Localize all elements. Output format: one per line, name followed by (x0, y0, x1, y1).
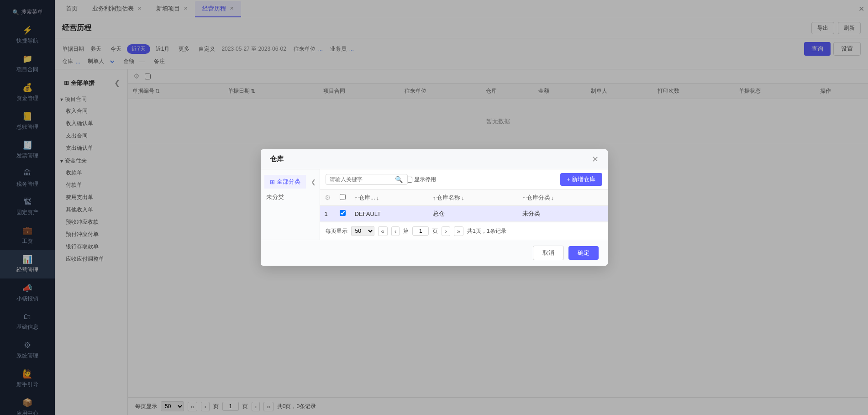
modal-first-page-btn[interactable]: « (378, 226, 388, 236)
modal-left-header: ⊞ 全部分类 ❮ (261, 173, 320, 190)
modal-last-page-btn[interactable]: » (454, 226, 463, 236)
sort-desc-icon: ↓ (376, 194, 379, 201)
sort-asc-icon3: ↑ (522, 194, 526, 201)
modal-header: 仓库 ✕ (261, 149, 608, 169)
row-code: DEFAULT (350, 206, 428, 222)
row-seq: 1 (320, 206, 335, 222)
modal-right-panel: 🔍 显示停用 + 新增仓库 ⚙ (320, 169, 608, 240)
modal-prev-page-btn[interactable]: ‹ (391, 226, 400, 236)
modal-close-btn[interactable]: ✕ (592, 155, 599, 163)
modal-all-label: 全部分类 (277, 178, 300, 186)
modal-overlay: 仓库 ✕ ⊞ 全部分类 ❮ 未分类 (0, 0, 868, 415)
confirm-button[interactable]: 确定 (568, 246, 599, 260)
modal-left-panel: ⊞ 全部分类 ❮ 未分类 (261, 169, 320, 240)
modal-select-all-checkbox[interactable] (340, 194, 346, 200)
sort-desc-icon2: ↓ (461, 194, 464, 201)
row-name: 总仓 (428, 206, 518, 222)
modal-table-area: ⚙ ↑ 仓库... ↓ ↑ 仓库名称 ↓ ↑ 仓库分类 ↓ 1 (320, 190, 608, 222)
modal-th-checkbox (335, 190, 350, 206)
row-category: 未分类 (518, 206, 607, 222)
grid-icon2: ⊞ (270, 179, 275, 185)
modal-next-page-btn[interactable]: › (442, 226, 450, 236)
modal-per-page-label: 每页显示 (326, 227, 347, 235)
modal-body: ⊞ 全部分类 ❮ 未分类 🔍 (261, 169, 608, 240)
show-disabled-label: 显示停用 (414, 176, 436, 184)
modal-warehouse-table: ⚙ ↑ 仓库... ↓ ↑ 仓库名称 ↓ ↑ 仓库分类 ↓ 1 (320, 190, 608, 222)
modal-unclassified-label: 未分类 (266, 193, 284, 201)
modal-th-settings: ⚙ (320, 190, 335, 206)
row-checkbox[interactable] (340, 210, 346, 216)
modal-category-unclassified[interactable]: 未分类 (261, 190, 320, 204)
modal-page-word: 第 (403, 227, 409, 235)
modal-current-page-input[interactable] (412, 226, 429, 236)
modal-search-icon[interactable]: 🔍 (395, 176, 403, 183)
modal-toolbar: 🔍 显示停用 + 新增仓库 (320, 169, 608, 190)
modal-per-page-select[interactable]: 50 100 (351, 226, 374, 236)
modal-total-info: 共1页，1条记录 (467, 227, 506, 235)
modal-th-code: ↑ 仓库... ↓ (350, 190, 428, 206)
modal-pagination: 每页显示 50 100 « ‹ 第 页 › » 共1页，1条记录 (320, 222, 608, 240)
modal-footer: 取消 确定 (261, 240, 608, 266)
show-disabled-checkbox-label: 显示停用 (406, 176, 436, 184)
cancel-button[interactable]: 取消 (533, 246, 564, 260)
row-checkbox-cell (335, 206, 350, 222)
sort-desc-icon3: ↓ (551, 194, 554, 201)
modal-page-word2: 页 (432, 227, 438, 235)
modal-title: 仓库 (270, 155, 284, 163)
modal-th-category: ↑ 仓库分类 ↓ (518, 190, 607, 206)
modal-left-collapse-btn[interactable]: ❮ (311, 179, 316, 185)
table-row[interactable]: 1 DEFAULT 总仓 未分类 (320, 206, 608, 222)
modal-category-all[interactable]: ⊞ 全部分类 (264, 175, 306, 189)
modal-settings-icon[interactable]: ⚙ (325, 194, 331, 201)
sort-asc-icon2: ↑ (433, 194, 436, 201)
warehouse-modal: 仓库 ✕ ⊞ 全部分类 ❮ 未分类 (261, 149, 608, 266)
modal-th-name: ↑ 仓库名称 ↓ (428, 190, 518, 206)
sort-asc-icon: ↑ (355, 194, 358, 201)
add-warehouse-button[interactable]: + 新增仓库 (560, 173, 602, 186)
